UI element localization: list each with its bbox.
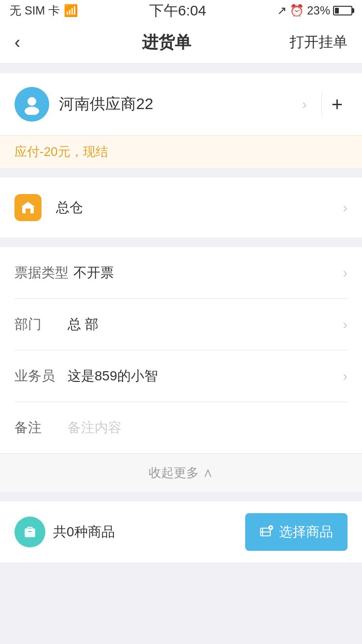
section-gap-3 (0, 238, 362, 247)
battery-percentage: 23% (307, 4, 330, 17)
salesperson-label: 业务员 (14, 367, 63, 385)
collapse-label: 收起更多 ∧ (149, 464, 213, 481)
bottom-section: 共0种商品 选择商品 (0, 502, 362, 562)
battery-icon (333, 6, 352, 15)
open-pending-button[interactable]: 打开挂单 (290, 32, 348, 52)
add-supplier-button[interactable]: + (327, 94, 348, 115)
remark-row[interactable]: 备注 备注内容 (0, 402, 362, 453)
department-value: 总 部 (63, 315, 343, 334)
collapse-row[interactable]: 收起更多 ∧ (0, 453, 362, 492)
form-section: 票据类型 不开票 › 部门 总 部 › 业务员 这是859的小智 › 备注 备注… (0, 247, 362, 453)
carrier-label: 无 SIM 卡 (10, 3, 60, 18)
goods-icon (14, 517, 45, 547)
select-goods-label: 选择商品 (279, 523, 333, 541)
invoice-row[interactable]: 票据类型 不开票 › (0, 247, 362, 298)
svg-point-0 (28, 97, 36, 106)
svg-marker-3 (21, 202, 35, 207)
invoice-chevron-icon: › (343, 265, 348, 281)
warehouse-chevron-icon: › (343, 199, 348, 216)
svg-rect-5 (25, 529, 35, 537)
wifi-icon: 📶 (64, 4, 78, 17)
cart-icon (260, 525, 273, 539)
supplier-name: 河南供应商22 (59, 94, 302, 115)
salesperson-value: 这是859的小智 (63, 367, 343, 385)
goods-info: 共0种商品 (14, 517, 115, 547)
chevron-right-icon: › (302, 96, 307, 112)
department-label: 部门 (14, 315, 63, 334)
alert-banner: 应付-20元，现结 (0, 135, 362, 168)
warehouse-icon-bg (14, 194, 42, 221)
svg-rect-4 (26, 209, 30, 213)
status-left: 无 SIM 卡 📶 (10, 3, 78, 18)
page-title: 进货单 (142, 31, 191, 54)
section-gap-1 (0, 64, 362, 73)
salesperson-row[interactable]: 业务员 这是859的小智 › (0, 350, 362, 402)
warehouse-row[interactable]: 总仓 › (0, 178, 362, 238)
status-right: ↗ ⏰ 23% (277, 4, 352, 17)
select-goods-button[interactable]: 选择商品 (245, 513, 348, 551)
status-time: 下午6:04 (149, 1, 206, 21)
svg-rect-6 (28, 531, 31, 532)
supplier-avatar (14, 87, 49, 122)
nav-bar: ‹ 进货单 打开挂单 (0, 21, 362, 64)
section-gap-2 (0, 168, 362, 178)
remark-label: 备注 (14, 419, 63, 437)
back-button[interactable]: ‹ (14, 32, 43, 53)
alarm-icon: ⏰ (290, 4, 304, 17)
invoice-label: 票据类型 (14, 264, 69, 282)
goods-count-label: 共0种商品 (53, 523, 115, 541)
department-chevron-icon: › (343, 316, 348, 333)
department-row[interactable]: 部门 总 部 › (0, 299, 362, 350)
warehouse-section: 总仓 › (0, 178, 362, 238)
salesperson-chevron-icon: › (343, 368, 348, 384)
status-bar: 无 SIM 卡 📶 下午6:04 ↗ ⏰ 23% (0, 0, 362, 21)
svg-point-1 (25, 107, 39, 115)
vertical-divider (321, 92, 322, 116)
location-icon: ↗ (277, 4, 287, 17)
invoice-value: 不开票 (69, 264, 343, 282)
warehouse-name: 总仓 (51, 198, 343, 217)
remark-placeholder: 备注内容 (63, 419, 348, 437)
supplier-row[interactable]: 河南供应商22 › + (0, 73, 362, 135)
supplier-section: 河南供应商22 › + 应付-20元，现结 (0, 73, 362, 168)
